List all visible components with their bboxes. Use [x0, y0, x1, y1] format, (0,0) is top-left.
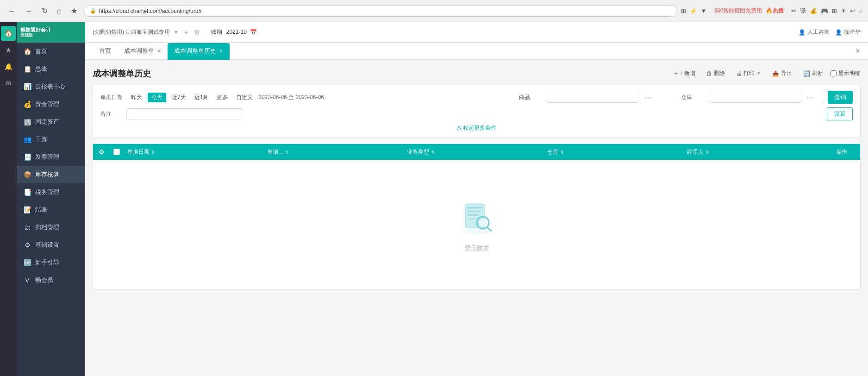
tab-cost-adjust-close[interactable]: ✕: [157, 48, 161, 54]
tab-home[interactable]: 首页: [93, 43, 118, 60]
icon-bar-bell[interactable]: 🔔: [1, 59, 16, 74]
delete-btn[interactable]: 🗑 删除: [703, 68, 729, 79]
refresh-btn[interactable]: 🔄 刷新: [799, 68, 827, 79]
refresh-btn-label: 刷新: [812, 69, 823, 77]
th-doc[interactable]: 单据... ⇅: [263, 148, 403, 156]
sidebar-item-home[interactable]: 🏠 首页: [17, 43, 85, 60]
menu-icon[interactable]: ≡: [859, 7, 862, 14]
yesterday-btn[interactable]: 昨天: [128, 93, 145, 102]
th-settings[interactable]: ⚙: [93, 148, 110, 156]
new-btn[interactable]: + + 新增: [671, 68, 699, 79]
goods-dots[interactable]: ···: [645, 93, 651, 101]
tab-cost-adjust[interactable]: 成本调整单 ✕: [118, 43, 168, 60]
sidebar-item-tax[interactable]: 📑 税务管理: [17, 183, 85, 201]
sidebar-item-member[interactable]: V 畅会员: [17, 271, 85, 289]
tab-cost-history-close[interactable]: ✕: [219, 48, 223, 54]
calendar-icon[interactable]: 📅: [250, 29, 257, 35]
history-icon[interactable]: ↩: [850, 7, 855, 14]
customer-service-btn[interactable]: 👤 人工咨询: [799, 28, 830, 36]
sun-icon[interactable]: ☀: [841, 7, 846, 14]
th-handler[interactable]: 经手人 ⇅: [683, 148, 823, 156]
sidebar-item-reports[interactable]: 📊 云报表中心: [17, 78, 85, 95]
home-button[interactable]: ⌂: [54, 6, 64, 16]
icon-bar-home[interactable]: 🏠: [1, 26, 16, 41]
today-btn[interactable]: 今天: [148, 93, 166, 102]
sidebar-item-settings[interactable]: ⚙ 基础设置: [17, 236, 85, 254]
sidebar-item-invoice[interactable]: 🧾 发票管理: [17, 148, 85, 166]
game-icon[interactable]: 🎮: [821, 7, 828, 14]
week-btn[interactable]: 近7天: [169, 93, 189, 102]
query-btn[interactable]: 查询: [828, 91, 853, 104]
reload-button[interactable]: ↻: [39, 6, 50, 16]
sidebar-item-closing[interactable]: 📝 结账: [17, 201, 85, 219]
th-biztype[interactable]: 业务类型 ⇅: [403, 148, 543, 156]
sidebar-item-assets[interactable]: 🏢 固定资产: [17, 113, 85, 131]
goods-input[interactable]: [547, 92, 639, 103]
forward-button[interactable]: →: [22, 6, 35, 16]
service-label: 人工咨询: [807, 28, 830, 36]
filter-actions: 查询: [828, 91, 853, 104]
settings-icon: ⚙: [23, 241, 31, 249]
note-label: 备注: [100, 110, 123, 118]
month-btn[interactable]: 近1月: [192, 93, 212, 102]
display-detail-checkbox[interactable]: 显示明细: [831, 69, 861, 77]
top-bar-left: (勿删勿禁用) 江西服宝测试专用 ▼ + ⚙ 账期 2021-10 📅: [93, 28, 257, 37]
settings-gear-icon[interactable]: ⚙: [194, 29, 200, 36]
settings-btn[interactable]: 设置: [827, 107, 853, 120]
grid-icon[interactable]: ⊞: [832, 7, 837, 14]
sidebar-item-inventory[interactable]: 📦 库存核算: [17, 166, 85, 183]
toolbar-actions: + + 新增 🗑 删除 🖨 打印 ▼ 📤 导出: [671, 68, 861, 79]
dropdown-icon[interactable]: ▼: [701, 7, 707, 14]
top-bar: (勿删勿禁用) 江西服宝测试专用 ▼ + ⚙ 账期 2021-10 📅 👤 人工…: [85, 22, 868, 43]
th-date[interactable]: 单据日期 ⇅: [124, 148, 263, 156]
tab-close-all[interactable]: ✕: [855, 47, 861, 55]
select-all-checkbox[interactable]: [113, 149, 120, 155]
lightning-icon[interactable]: ⚡: [690, 7, 697, 14]
sidebar-logo: 畅捷通好会计 旗舰版: [20, 27, 51, 38]
table-container: ⚙ 单据日期 ⇅ 单据... ⇅ 业务类型 ⇅: [93, 144, 861, 290]
sidebar-item-archive[interactable]: 🗂 归档管理: [17, 219, 85, 236]
note-input[interactable]: [126, 108, 242, 119]
assets-icon: 🏢: [23, 118, 31, 125]
bookmark-button[interactable]: ★: [68, 6, 80, 16]
sidebar-item-payroll[interactable]: 👥 工资: [17, 131, 85, 148]
export-btn[interactable]: 📤 导出: [768, 68, 796, 79]
date-quick-buttons: 昨天 今天 近7天 近1月 更多 自定义 2023-06-06 至 2023-0…: [128, 93, 324, 102]
icon-bar-star[interactable]: ★: [1, 43, 16, 57]
th-warehouse[interactable]: 仓库 ⇅: [543, 148, 683, 156]
collapse-btn[interactable]: ⋀ 收起更多条件: [100, 124, 853, 132]
warehouse-dots[interactable]: ···: [807, 93, 813, 101]
lock-icon: 🔒: [90, 8, 96, 14]
address-bar[interactable]: 🔒 https://cloud.chanjet.com/accounting/u…: [84, 6, 677, 17]
svg-rect-5: [468, 218, 477, 219]
print-btn[interactable]: 🖨 打印 ▼: [732, 68, 765, 79]
user-avatar[interactable]: 👤 徐泽华: [835, 28, 861, 36]
extensions-icon[interactable]: ⊞: [681, 7, 686, 14]
gear-settings-icon[interactable]: ⚙: [97, 148, 106, 156]
warehouse-input[interactable]: [709, 92, 801, 103]
more-btn[interactable]: 更多: [214, 93, 231, 102]
custom-btn[interactable]: 自定义: [233, 93, 256, 102]
translate-icon[interactable]: 译: [800, 7, 806, 15]
date-filter-label: 单据日期: [100, 94, 123, 101]
sidebar-item-finance[interactable]: 💰 资金管理: [17, 95, 85, 113]
sidebar-item-ledger[interactable]: 📋 总账: [17, 60, 85, 78]
wallet-icon[interactable]: 💰: [810, 7, 817, 14]
icon-bar-mail[interactable]: ✉: [1, 76, 16, 91]
display-detail-input[interactable]: [831, 70, 837, 76]
archive-icon: 🗂: [23, 224, 31, 231]
tab-cost-history[interactable]: 成本调整单历史 ✕: [168, 43, 230, 60]
dropdown-arrow-company[interactable]: ▼: [174, 30, 178, 35]
add-company-btn[interactable]: +: [184, 28, 188, 37]
filter-area: 单据日期 昨天 今天 近7天 近1月 更多 自定义 2023-06-06 至 2…: [93, 85, 861, 138]
back-button[interactable]: ←: [6, 6, 19, 16]
guide-icon: 🆕: [23, 259, 31, 266]
cut-icon[interactable]: ✂: [791, 7, 796, 14]
th-checkbox[interactable]: [110, 149, 124, 155]
browser-actions: ⊞ ⚡ ▼ 360智能抠图免费用 🔥热搜 ✂ 译 💰 🎮 ⊞ ☀ ↩ ≡: [681, 7, 863, 15]
period-value: 2021-10: [226, 29, 247, 35]
sidebar-item-guide[interactable]: 🆕 新手引导: [17, 254, 85, 271]
sidebar-nav: 🏠 首页 📋 总账 📊 云报表中心 💰 资金管理 🏢 固定资产 👥 工资: [17, 43, 85, 376]
th-date-sort: ⇅: [151, 150, 155, 155]
sidebar-item-inventory-label: 库存核算: [35, 170, 59, 179]
